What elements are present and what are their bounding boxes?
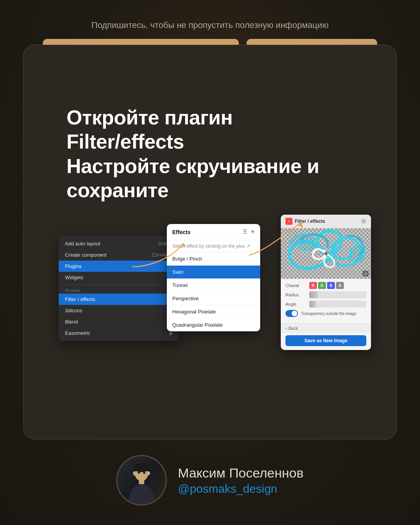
radius-slider[interactable]	[309, 291, 366, 298]
channel-r-button[interactable]: R	[309, 282, 317, 289]
menu-label-3dicons: 3dicons	[65, 308, 82, 313]
radius-row: Radius	[285, 291, 366, 298]
filter-controls: Chanal R G B A Radius Angle	[281, 279, 371, 323]
effects-panel: Effects ⠿ + Select effect by clicking on…	[167, 224, 260, 331]
effect-hexagonal-pixelate[interactable]: Hexagonal Pixelate	[167, 305, 260, 318]
avatar	[116, 455, 167, 506]
effects-hint: Select effect by clicking on the plus ↗	[167, 240, 260, 252]
filter-title-left: f Filter / effects	[285, 218, 325, 225]
menu-label-filter-effects: Filter / effects	[65, 296, 95, 302]
effect-bulge-pinch[interactable]: Bulge / Pinch	[167, 252, 260, 266]
back-label: Back	[289, 326, 298, 331]
svg-point-14	[138, 471, 140, 474]
radius-label: Radius	[285, 292, 307, 297]
menu-item-plugins[interactable]: Plugins ▶	[59, 261, 179, 272]
channel-b-button[interactable]: B	[327, 282, 335, 289]
back-chevron-icon: ‹	[285, 326, 287, 331]
svg-point-15	[143, 471, 145, 474]
effects-header: Effects ⠿ +	[167, 224, 260, 240]
menu-item-blend[interactable]: Blend	[59, 316, 179, 327]
menu-divider	[59, 285, 179, 285]
transparency-label: Transparency outside the image	[301, 312, 357, 316]
filter-window: f Filter / effects ×	[281, 215, 371, 350]
headline: Откройте плагин Filter/effects Настройте…	[66, 105, 354, 203]
expand-icon[interactable]: ⤢	[362, 271, 369, 276]
angle-slider[interactable]	[309, 301, 366, 308]
recents-label: Recents	[59, 287, 179, 294]
profile-name: Максим Поселеннов	[178, 466, 303, 481]
headline-line1: Откройте плагин Filter/effects	[66, 106, 233, 153]
context-menu: Add auto layout Shift+A Create component…	[59, 236, 179, 341]
person-silhouette	[124, 462, 159, 504]
menu-label-component: Create component	[65, 252, 107, 258]
menu-label-easometric: Easometric	[65, 330, 90, 336]
transparency-row: Transparency outside the image	[285, 310, 366, 317]
save-button[interactable]: Save as New Image	[285, 335, 366, 346]
effects-title: Effects	[172, 229, 191, 235]
svg-rect-10	[139, 480, 144, 484]
menu-item-widgets[interactable]: Widgets ▶	[59, 272, 179, 283]
swirl-preview	[281, 228, 371, 279]
menu-item-filter-effects[interactable]: Filter / effects	[59, 294, 179, 305]
subscribe-text: Подпишитесь, чтобы не пропустить полезну…	[0, 20, 420, 30]
chanal-row: Chanal R G B A	[285, 282, 366, 289]
menu-item-autolayout[interactable]: Add auto layout Shift+A	[59, 238, 179, 249]
effect-perspective[interactable]: Perspective	[167, 292, 260, 305]
plus-icon[interactable]: +	[250, 228, 255, 236]
filter-titlebar: f Filter / effects ×	[281, 215, 371, 228]
effect-tunnel[interactable]: Tunnel	[167, 279, 260, 292]
filter-logo-icon: f	[285, 218, 292, 225]
menu-item-3dicons[interactable]: 3dicons	[59, 305, 179, 316]
filter-title: Filter / effects	[295, 219, 325, 224]
filter-footer: ‹ Back	[281, 323, 371, 333]
menu-item-component[interactable]: Create component Ctrl+Alt+K	[59, 249, 179, 261]
avatar-inner	[117, 456, 166, 504]
angle-row: Angle	[285, 301, 366, 308]
profile-text: Максим Поселеннов @posmaks_design	[178, 466, 303, 495]
menu-label-autolayout: Add auto layout	[65, 241, 100, 247]
headline-line2: Настройте скручивание и	[66, 155, 319, 177]
channel-buttons: R G B A	[309, 282, 344, 289]
filter-close-button[interactable]: ×	[361, 219, 366, 224]
menu-label-widgets: Widgets	[65, 275, 83, 280]
effects-icons: ⠿ +	[243, 228, 255, 236]
menu-label-blend: Blend	[65, 319, 78, 325]
profile-handle: @posmaks_design	[178, 482, 303, 495]
image-preview: ⤢	[281, 228, 371, 279]
effect-swirl[interactable]: Swirl	[167, 266, 260, 279]
channel-g-button[interactable]: G	[318, 282, 326, 289]
profile-section: Максим Поселеннов @posmaks_design	[0, 455, 420, 506]
grid-icon[interactable]: ⠿	[243, 228, 247, 236]
effect-quadrangular-pixelate[interactable]: Quadrangular Pixelate	[167, 318, 260, 331]
svg-point-13	[147, 471, 150, 475]
back-button[interactable]: ‹ Back	[285, 326, 298, 331]
menu-label-plugins: Plugins	[65, 263, 82, 269]
svg-point-16	[134, 474, 135, 476]
menu-item-easometric[interactable]: Easometric ▶	[59, 327, 179, 339]
svg-point-7	[324, 252, 327, 255]
transparency-toggle[interactable]	[285, 310, 298, 317]
angle-label: Angle	[285, 302, 307, 306]
main-card: Откройте плагин Filter/effects Настройте…	[23, 45, 397, 439]
headline-line3: сохраните	[66, 179, 168, 201]
chanal-label: Chanal	[285, 283, 307, 288]
channel-a-button[interactable]: A	[336, 282, 344, 289]
